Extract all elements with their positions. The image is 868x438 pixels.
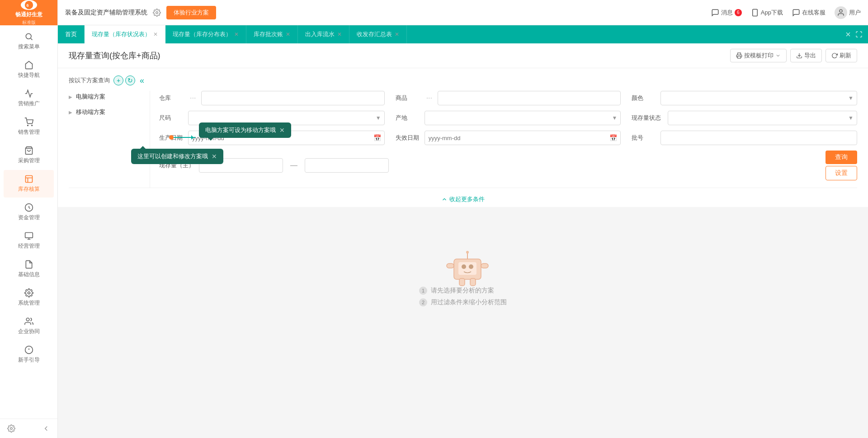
- scheme-panel: ▶ 电脑端方案 ▶ 移动端方案: [69, 91, 150, 188]
- tab-batch-account[interactable]: 库存批次账 ✕: [246, 25, 298, 43]
- empty-illustration: [440, 243, 486, 279]
- stock-main-input-max[interactable]: [305, 158, 389, 173]
- sidebar-item-guide[interactable]: 新手引导: [4, 341, 54, 368]
- batch-no-label: 批号: [632, 134, 657, 142]
- filter-icons: + ↻ «: [113, 75, 147, 85]
- filter-area: 按以下方案查询 + ↻ « ▶ 电脑端方案: [58, 68, 868, 207]
- sidebar-item-nav[interactable]: 快捷导航: [4, 56, 54, 84]
- tab-summary-label: 收发存汇总表: [357, 30, 392, 38]
- expiry-date-cal-icon[interactable]: 📅: [609, 134, 617, 141]
- color-label: 颜色: [632, 94, 657, 102]
- svg-point-4: [31, 125, 32, 126]
- sidebar-item-purchase[interactable]: 采购管理: [4, 141, 54, 169]
- tab-inout-flow-close[interactable]: ✕: [337, 31, 342, 38]
- sidebar-item-inventory[interactable]: 库存核算: [4, 170, 54, 198]
- app-download-btn[interactable]: App下载: [751, 9, 783, 17]
- svg-point-10: [26, 318, 29, 321]
- tab-summary-close[interactable]: ✕: [395, 31, 399, 38]
- step2-num: 2: [419, 298, 427, 306]
- orange-dot: [169, 135, 174, 140]
- color-select[interactable]: [660, 91, 857, 105]
- tab-stock-status[interactable]: 现存量（库存状况表） ✕: [85, 25, 165, 43]
- sidebar-item-system[interactable]: 系统管理: [4, 284, 54, 311]
- settings-gear-icon[interactable]: [153, 9, 161, 17]
- step1-num: 1: [419, 287, 427, 295]
- app-name: 畅通好生意: [15, 11, 42, 19]
- sidebar-item-operation[interactable]: 经营管理: [4, 227, 54, 254]
- color-select-wrap: ▼: [660, 91, 857, 105]
- collapse-label: 收起更多条件: [449, 195, 485, 203]
- svg-point-21: [462, 264, 466, 269]
- refresh-scheme-btn[interactable]: ↻: [125, 75, 135, 85]
- reset-btn[interactable]: 设置: [826, 166, 857, 180]
- origin-select[interactable]: [425, 111, 621, 125]
- scheme-mobile-section: ▶ 移动端方案: [69, 106, 142, 118]
- tab-close-all-icon[interactable]: [844, 31, 852, 38]
- sidebar-item-search[interactable]: 搜索菜单: [4, 28, 54, 55]
- warehouse-dots[interactable]: ···: [188, 94, 198, 102]
- user-avatar: [835, 6, 847, 19]
- svg-point-13: [156, 11, 158, 14]
- batch-no-input[interactable]: [660, 131, 857, 145]
- goods-dots[interactable]: ···: [425, 94, 434, 102]
- svg-rect-28: [470, 278, 476, 286]
- filter-fields: 仓库 ··· 商品 ··· 颜色: [150, 91, 857, 188]
- online-support-label: 在线客服: [802, 9, 826, 17]
- goods-input[interactable]: [438, 91, 621, 105]
- sidebar-item-collab[interactable]: 企业协同: [4, 312, 54, 340]
- scheme-mobile-row[interactable]: ▶ 移动端方案: [69, 106, 142, 118]
- scheme-pc-row[interactable]: ▶ 电脑端方案: [69, 91, 142, 103]
- user-menu[interactable]: 用户: [835, 6, 861, 19]
- sidebar-item-marketing[interactable]: 营销推广: [4, 85, 54, 112]
- tab-inout-flow[interactable]: 出入库流水 ✕: [298, 25, 349, 43]
- export-btn[interactable]: 导出: [790, 49, 822, 62]
- page-actions: 按模板打印 导出 刷新: [730, 49, 857, 68]
- expiry-date-input[interactable]: [425, 131, 621, 145]
- add-scheme-btn[interactable]: +: [113, 75, 123, 85]
- tab-home[interactable]: 首页: [58, 25, 85, 43]
- tooltip2-close[interactable]: ✕: [212, 153, 217, 160]
- filter-stock-status-row: 现存量状态 ▼: [632, 111, 857, 125]
- arrow-connector: [174, 137, 195, 138]
- message-badge: 6: [735, 9, 742, 16]
- sidebar-label-nav: 快捷导航: [18, 71, 40, 79]
- tooltip-pc-scheme: 电脑方案可设为移动方案哦 ✕: [199, 122, 291, 138]
- refresh-btn[interactable]: 刷新: [826, 49, 857, 62]
- production-date-cal-icon[interactable]: 📅: [373, 134, 381, 141]
- tab-stock-status-close[interactable]: ✕: [153, 31, 158, 38]
- user-label: 用户: [849, 9, 861, 17]
- tooltip1-close[interactable]: ✕: [279, 127, 285, 134]
- svg-rect-8: [25, 233, 33, 238]
- stock-status-select[interactable]: [668, 111, 857, 125]
- warehouse-input[interactable]: [201, 91, 384, 105]
- export-label: 导出: [804, 52, 816, 60]
- message-btn[interactable]: 消息 6: [711, 9, 742, 17]
- tab-maximize-icon[interactable]: [855, 31, 863, 38]
- settings-icon[interactable]: [7, 424, 15, 433]
- collapse-sidebar-icon[interactable]: [42, 424, 50, 433]
- industry-btn[interactable]: 体验行业方案: [166, 6, 216, 19]
- svg-rect-6: [25, 176, 32, 183]
- logo-icon: 6: [21, 0, 37, 10]
- search-btn[interactable]: 查询: [826, 151, 857, 164]
- mobile-triangle-icon: ▶: [69, 110, 72, 115]
- sidebar-item-sales[interactable]: 销售管理: [4, 113, 54, 141]
- sidebar-item-finance[interactable]: 资金管理: [4, 198, 54, 226]
- message-label: 消息: [721, 9, 733, 17]
- tab-batch-account-close[interactable]: ✕: [286, 31, 290, 38]
- online-support-btn[interactable]: 在线客服: [792, 9, 826, 17]
- stock-status-label: 现存量状态: [632, 114, 664, 122]
- app-logo: 6 畅通好生意 标准版: [0, 0, 57, 25]
- tab-stock-dist[interactable]: 现存量（库存分布表） ✕: [165, 25, 246, 43]
- svg-point-2: [26, 33, 31, 39]
- tab-stock-dist-close[interactable]: ✕: [234, 31, 239, 38]
- collapse-btn[interactable]: 收起更多条件: [69, 192, 857, 203]
- print-btn[interactable]: 按模板打印: [730, 49, 787, 62]
- app-download-label: App下载: [761, 9, 783, 17]
- tab-summary[interactable]: 收发存汇总表 ✕: [349, 25, 407, 43]
- sidebar-item-base[interactable]: 基础信息: [4, 255, 54, 283]
- tab-home-label: 首页: [65, 30, 77, 38]
- app-tag: 标准版: [22, 19, 36, 26]
- back-scheme-btn[interactable]: «: [137, 75, 147, 85]
- tab-batch-account-label: 库存批次账: [254, 30, 283, 38]
